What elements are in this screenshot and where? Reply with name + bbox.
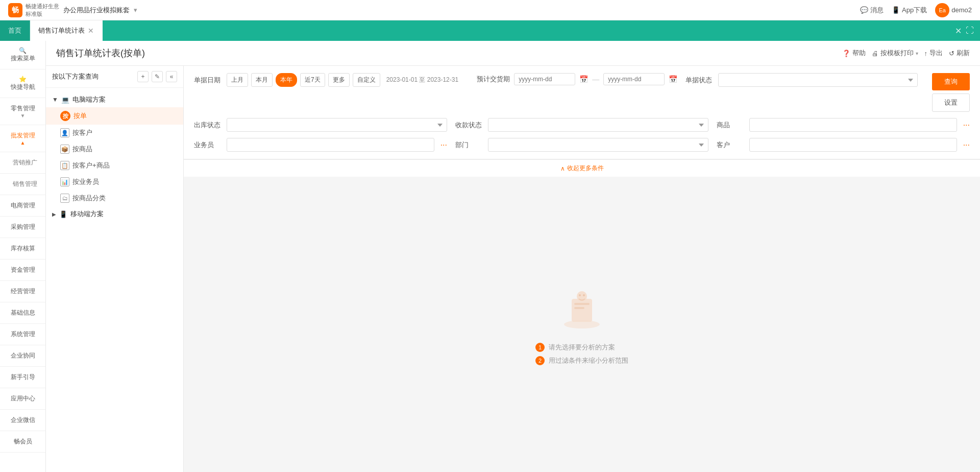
customer-more-icon[interactable]: ··· (963, 140, 970, 150)
scheme-item-by-salesperson[interactable]: 📊 按业务员 (46, 174, 183, 190)
empty-state: 1 请先选择要分析的方案 2 用过滤条件来缩小分析范围 (535, 284, 628, 365)
help-button[interactable]: ❓ 帮助 (842, 49, 866, 58)
right-panel: 单据日期 上月 本月 本年 近7天 更多 自定义 2023-01-01 至 20… (184, 66, 980, 472)
sidebar-item-enterprise[interactable]: 企业协同 (0, 345, 45, 367)
help-icon: ❓ (842, 50, 850, 57)
download-icon: 📱 (892, 6, 900, 14)
goods-input[interactable] (749, 118, 957, 132)
logo-icon: 畅 (8, 3, 22, 17)
sidebar-item-purchase[interactable]: 采购管理 (0, 217, 45, 238)
tab-bar-maximize-button[interactable]: ⛶ (966, 26, 974, 35)
scheme-group-pc: ▼ 💻 电脑端方案 按 按单 👤 按客户 (46, 92, 183, 206)
scheme-group-pc-header[interactable]: ▼ 💻 电脑端方案 (46, 92, 183, 107)
sidebar-item-basic[interactable]: 基础信息 (0, 302, 45, 324)
sidebar-item-operations[interactable]: 经营管理 (0, 281, 45, 302)
tab-sales-order-stats[interactable]: 销售订单统计表 ✕ (30, 20, 103, 41)
sidebar-item-wholesale[interactable]: 批发管理 ▲ (0, 125, 45, 152)
avatar: Ea (935, 3, 949, 17)
sidebar-item-retail[interactable]: 零售管理 ▼ (0, 98, 45, 125)
sidebar-item-appcenter[interactable]: 应用中心 (0, 388, 45, 410)
collapse-panel-button[interactable]: « (166, 71, 177, 82)
refresh-button[interactable]: ↺ 刷新 (949, 49, 970, 58)
add-scheme-button[interactable]: + (137, 71, 149, 82)
chevron-down-icon: ▼ (0, 113, 45, 119)
mobile-icon: 📱 (59, 210, 67, 218)
payment-status-select[interactable] (488, 118, 708, 132)
salesperson-input[interactable] (227, 138, 434, 152)
date-btn-7days[interactable]: 近7天 (300, 73, 325, 87)
status-label: 单据状态 (685, 76, 714, 85)
customer-input[interactable] (749, 138, 957, 152)
svg-rect-1 (572, 299, 592, 322)
by-category-icon: 🗂 (60, 194, 69, 203)
sidebar-item-system[interactable]: 系统管理 (0, 324, 45, 345)
date-btn-last-month[interactable]: 上月 (227, 73, 248, 87)
date-btn-custom[interactable]: 自定义 (353, 73, 380, 87)
sidebar-item-finance[interactable]: 资金管理 (0, 259, 45, 281)
by-order-icon: 按 (60, 111, 70, 121)
salesperson-more-icon[interactable]: ··· (440, 140, 447, 150)
start-calendar-icon[interactable]: 📅 (579, 75, 588, 83)
print-button[interactable]: 🖨 按模板打印 ▾ (872, 49, 918, 58)
scheme-item-by-customer[interactable]: 👤 按客户 (46, 125, 183, 141)
sidebar-item-marketing[interactable]: 营销推广 (0, 152, 45, 174)
scheme-group-mobile: ▶ 📱 移动端方案 (46, 206, 183, 222)
print-dropdown-icon[interactable]: ▾ (916, 51, 918, 56)
star-icon: ⭐ (0, 76, 45, 83)
tab-home[interactable]: 首页 (0, 20, 30, 41)
step-2-num: 2 (535, 356, 545, 365)
expected-date-label: 预计交货期 (477, 75, 510, 84)
svg-point-5 (579, 294, 581, 296)
empty-steps: 1 请先选择要分析的方案 2 用过滤条件来缩小分析范围 (535, 343, 628, 365)
sidebar-item-inventory[interactable]: 库存核算 (0, 238, 45, 259)
tab-bar-close-button[interactable]: ✕ (955, 26, 962, 36)
query-button[interactable]: 查询 (932, 73, 970, 90)
action-btn-group: 查询 设置 (932, 73, 970, 112)
svg-rect-2 (574, 303, 590, 305)
date-btn-this-year[interactable]: 本年 (276, 73, 297, 87)
date-label: 单据日期 (194, 76, 223, 85)
tab-close-button[interactable]: ✕ (88, 27, 94, 35)
expected-date-start[interactable] (514, 73, 575, 85)
sidebar-item-newbie[interactable]: 新手引导 (0, 367, 45, 388)
tab-bar-right: ✕ ⛶ (949, 20, 980, 41)
scheme-group-mobile-header[interactable]: ▶ 📱 移动端方案 (46, 206, 183, 222)
search-icon: 🔍 (0, 47, 45, 54)
inner-layout: 按以下方案查询 + ✎ « ▼ 💻 电脑端方案 (46, 66, 980, 472)
export-button[interactable]: ↑ 导出 (924, 49, 943, 58)
message-button[interactable]: 💬 消息 (860, 6, 884, 15)
scheme-item-by-customer-product[interactable]: 📋 按客户+商品 (46, 157, 183, 174)
scheme-item-by-order[interactable]: 按 按单 (46, 107, 183, 125)
collapse-bar[interactable]: ∧ 收起更多条件 (184, 159, 980, 177)
sidebar-item-sales[interactable]: 销售管理 (0, 174, 45, 195)
breadcrumb-area: 办公用品行业模拟账套 ▾ (63, 6, 137, 15)
empty-step-2: 2 用过滤条件来缩小分析范围 (535, 356, 628, 365)
expected-date-end[interactable] (603, 73, 665, 85)
settings-button[interactable]: 设置 (932, 93, 970, 112)
scheme-item-by-category[interactable]: 🗂 按商品分类 (46, 190, 183, 206)
user-area[interactable]: Ea demo2 (935, 3, 972, 17)
app-download-button[interactable]: 📱 App下载 (892, 6, 927, 15)
goods-more-icon[interactable]: ··· (963, 121, 970, 130)
edit-scheme-button[interactable]: ✎ (152, 71, 163, 82)
scheme-item-by-product[interactable]: 📦 按商品 (46, 141, 183, 157)
delivery-status-select[interactable] (227, 118, 447, 132)
date-btn-more[interactable]: 更多 (328, 73, 350, 87)
sidebar-quick-nav[interactable]: ⭐ 快捷导航 (0, 69, 45, 98)
status-select[interactable] (718, 73, 918, 87)
sidebar: 🔍 搜索菜单 ⭐ 快捷导航 零售管理 ▼ 批发管理 ▲ 营销推广 销售管理 电商… (0, 41, 46, 472)
end-calendar-icon[interactable]: 📅 (669, 75, 677, 83)
sidebar-item-vip[interactable]: 畅会员 (0, 431, 45, 453)
by-salesperson-icon: 📊 (60, 177, 69, 186)
department-select[interactable] (488, 138, 708, 152)
message-icon: 💬 (860, 6, 868, 14)
goods-label: 商品 (717, 121, 745, 130)
date-separator: — (592, 75, 599, 83)
date-btn-this-month[interactable]: 本月 (251, 73, 273, 87)
main-layout: 🔍 搜索菜单 ⭐ 快捷导航 零售管理 ▼ 批发管理 ▲ 营销推广 销售管理 电商… (0, 41, 980, 472)
customer-label: 客户 (717, 140, 745, 150)
sidebar-item-wechat[interactable]: 企业微信 (0, 410, 45, 431)
sidebar-search[interactable]: 🔍 搜索菜单 (0, 41, 45, 69)
breadcrumb-arrow[interactable]: ▾ (134, 6, 137, 14)
sidebar-item-ecommerce[interactable]: 电商管理 (0, 195, 45, 217)
